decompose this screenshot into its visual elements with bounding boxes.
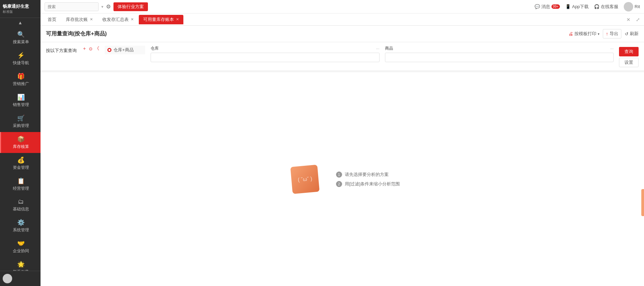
sidebar-label-operations: 经营管理 [13, 186, 29, 191]
sidebar-item-sales[interactable]: 📊 销售管理 [0, 90, 41, 111]
shortcut-icon: ⚡ [17, 52, 25, 59]
main-area: ▾ ⚙ 体验行业方案 💬 消息 99+ 📱 App下载 🎧 在线客服 Rit [41, 0, 644, 286]
filter-scheme-controls: ＋ ⊙ 《 [82, 46, 99, 52]
industry-btn[interactable]: 体验行业方案 [113, 2, 148, 11]
sidebar-label-sales: 销售管理 [13, 102, 29, 108]
message-label: 消息 [541, 4, 550, 10]
sidebar-item-purchase[interactable]: 🛒 采购管理 [0, 111, 41, 132]
hint-num-2: 2 [336, 181, 342, 187]
online-service-label: 在线客服 [601, 4, 618, 10]
filter-area: 按以下方案查询 ＋ ⊙ 《 仓库+商品 仓库 ··· [41, 42, 644, 71]
warehouse-input[interactable] [151, 53, 380, 62]
system-icon: ⚙️ [17, 219, 25, 226]
message-icon: 💬 [535, 4, 540, 9]
refresh-icon: ↺ [625, 31, 628, 36]
topbar: ▾ ⚙ 体验行业方案 💬 消息 99+ 📱 App下载 🎧 在线客服 Rit [41, 0, 644, 14]
service-icon: 🎧 [594, 4, 599, 9]
sidebar-item-finance[interactable]: 💰 资金管理 [0, 153, 41, 174]
tab-available-close[interactable]: ✕ [176, 17, 179, 22]
export-btn[interactable]: ↑ 导出 [603, 29, 621, 38]
template-print-btn[interactable]: 🖨 按模板打印 ▾ [568, 31, 599, 37]
sidebar-label-purchase: 采购管理 [13, 123, 29, 129]
user-name: Rit [635, 4, 640, 9]
add-scheme-icon[interactable]: ＋ [82, 46, 87, 52]
user-info[interactable]: Rit [624, 2, 640, 11]
sales-icon: 📊 [17, 94, 25, 101]
query-button[interactable]: 查询 [619, 47, 639, 56]
message-btn[interactable]: 💬 消息 99+ [535, 4, 560, 10]
filter-actions: 查询 设置 [619, 46, 639, 67]
app-download-label: App下载 [572, 4, 589, 10]
hint-text-2: 用[过滤]条件来缩小分析范围 [345, 181, 400, 187]
window-controls: ✕ ⤢ [625, 16, 641, 23]
page-title: 可用量查询(按仓库+商品) [46, 30, 107, 37]
export-label: 导出 [610, 31, 618, 37]
app-edition: 标准版 [3, 9, 38, 14]
sidebar-nav: ▲ 🔍 搜索菜单 ⚡ 快捷导航 🎁 营销推广 📊 销售管理 🛒 采购管理 📦 库… [0, 18, 41, 271]
tabbar: 首页 库存批次账 ✕ 收发存汇总表 ✕ 可用量库存账本 ✕ ✕ ⤢ [41, 14, 644, 26]
sidebar-item-enterprise[interactable]: 🤝 企业协同 [0, 236, 41, 257]
tab-summary[interactable]: 收发存汇总表 ✕ [98, 15, 138, 24]
sidebar-label-marketing: 营销推广 [13, 81, 29, 87]
page-actions: 🖨 按模板打印 ▾ ↑ 导出 ↺ 刷新 [568, 29, 639, 38]
app-name: 畅康通好生意 [3, 3, 38, 9]
refresh-btn[interactable]: ↺ 刷新 [625, 31, 639, 37]
sidebar-item-inventory[interactable]: 📦 库存核算 [0, 132, 41, 153]
tab-summary-close[interactable]: ✕ [131, 17, 134, 22]
scheme-warehouse-product[interactable]: 仓库+商品 [105, 46, 145, 54]
topbar-right: 💬 消息 99+ 📱 App下载 🎧 在线客服 Rit [535, 2, 640, 11]
operations-icon: 📋 [17, 177, 25, 185]
empty-hints: 1 请先选择要分析的方案 2 用[过滤]条件来缩小分析范围 [336, 172, 400, 187]
warehouse-more-icon[interactable]: ··· [376, 46, 379, 51]
sidebar-item-operations[interactable]: 📋 经营管理 [0, 174, 41, 195]
scheme-dot [107, 48, 111, 52]
tab-batch-label: 库存批次账 [66, 17, 88, 23]
sidebar-scroll-up[interactable]: ▲ [0, 18, 41, 27]
empty-box-icon [290, 164, 320, 194]
empty-illustration [285, 159, 325, 200]
scheme-label: 仓库+商品 [113, 47, 134, 53]
warehouse-field: 仓库 ··· [151, 46, 380, 62]
sidebar-item-shortcut[interactable]: ⚡ 快捷导航 [0, 48, 41, 69]
basic-icon: 🗂 [18, 198, 24, 205]
topbar-search-input[interactable] [45, 2, 99, 11]
sidebar-item-system[interactable]: ⚙️ 系统管理 [0, 215, 41, 236]
tab-home[interactable]: 首页 [43, 15, 61, 24]
page-header: 可用量查询(按仓库+商品) 🖨 按模板打印 ▾ ↑ 导出 ↺ 刷新 [41, 26, 644, 42]
marketing-icon: 🎁 [17, 73, 25, 80]
settings-scheme-icon[interactable]: ⊙ [89, 46, 93, 51]
export-icon: ↑ [606, 31, 608, 36]
newguide-icon: 🌟 [17, 261, 25, 268]
sidebar-user[interactable] [0, 271, 41, 286]
filter-label: 按以下方案查询 [46, 46, 77, 54]
collapse-icon[interactable]: 《 [95, 46, 99, 52]
app-download-btn[interactable]: 📱 App下载 [565, 4, 589, 10]
content-area: 可用量查询(按仓库+商品) 🖨 按模板打印 ▾ ↑ 导出 ↺ 刷新 按以下方案 [41, 26, 644, 286]
tab-available-label: 可用量库存账本 [143, 17, 174, 23]
sidebar-label-shortcut: 快捷导航 [13, 60, 29, 66]
close-window-btn[interactable]: ✕ [625, 16, 632, 23]
tab-available[interactable]: 可用量库存账本 ✕ [139, 15, 183, 24]
empty-hint-1: 1 请先选择要分析的方案 [336, 172, 400, 178]
fullscreen-btn[interactable]: ⤢ [635, 16, 641, 23]
empty-hint-2: 2 用[过滤]条件来缩小分析范围 [336, 181, 400, 187]
product-more-icon[interactable]: ··· [610, 46, 614, 51]
enterprise-icon: 🤝 [17, 240, 25, 247]
template-print-label: 按模板打印 [574, 31, 596, 37]
print-chevron-icon: ▾ [598, 32, 599, 36]
online-service-btn[interactable]: 🎧 在线客服 [594, 4, 618, 10]
gear-icon[interactable]: ⚙ [106, 3, 111, 10]
sidebar-item-basic[interactable]: 🗂 基础信息 [0, 195, 41, 215]
refresh-label: 刷新 [630, 31, 639, 37]
dropdown-icon[interactable]: ▾ [101, 4, 103, 9]
product-input[interactable] [385, 53, 614, 62]
app-icon: 📱 [565, 4, 571, 9]
sidebar-item-search[interactable]: 🔍 搜索菜单 [0, 27, 41, 48]
tab-batch[interactable]: 库存批次账 ✕ [61, 15, 97, 24]
sidebar-item-newguide[interactable]: 🌟 新手引导 [0, 257, 41, 271]
right-scrollbar[interactable] [641, 189, 644, 216]
settings-button[interactable]: 设置 [619, 58, 639, 67]
sidebar-label-system: 系统管理 [13, 227, 29, 233]
sidebar-item-marketing[interactable]: 🎁 营销推广 [0, 69, 41, 90]
tab-batch-close[interactable]: ✕ [90, 17, 93, 22]
